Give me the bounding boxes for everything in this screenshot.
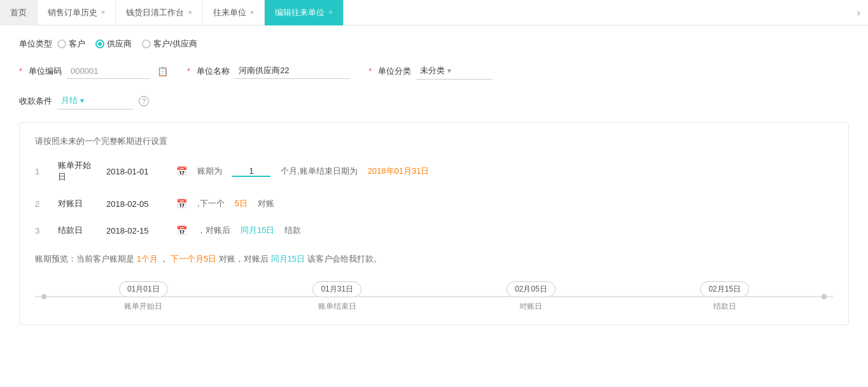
setting-row-3: 3 结款日 2018-02-15 📅 ，对账后 同月15日 结款 <box>35 225 833 236</box>
tab-partner-label: 往来单位 <box>213 7 246 18</box>
row-2-desc-prefix: ,下一个 <box>197 198 225 209</box>
tab-bar: 首页 销售订单历史 × 钱货日清工作台 × 往来单位 × 编辑往来单位 × › <box>0 0 868 25</box>
month-input[interactable] <box>232 166 270 177</box>
unit-type-label: 单位类型 <box>19 38 52 50</box>
tab-sales-label: 销售订单历史 <box>48 7 97 18</box>
timeline-node-3: 02月15日 结款日 <box>700 281 749 312</box>
preview-middle: 对账，对账后 <box>219 254 269 264</box>
row-label-3: 结款日 <box>58 225 96 236</box>
reconcile-date-calendar-icon[interactable]: 📅 <box>176 199 187 209</box>
payment-condition-value: 月结 <box>61 95 78 106</box>
radio-customer-circle <box>57 39 66 48</box>
tab-home[interactable]: 首页 <box>0 0 38 25</box>
row-3-highlight: 同月15日 <box>241 225 274 236</box>
preview-part2: 下一个月5日 <box>171 254 216 264</box>
row-3-desc-suffix: 结款 <box>284 225 301 236</box>
row-1-desc-suffix: 个月,账单结束日期为 <box>281 165 358 177</box>
setting-row-1: 1 账单开始日 2018-01-01 📅 账期为 个月,账单结束日期为 2018… <box>35 160 833 183</box>
timeline-node-pill-3: 02月15日 <box>700 281 749 297</box>
tab-sales-close[interactable]: × <box>101 9 105 16</box>
radio-customer[interactable]: 客户 <box>57 38 85 50</box>
preview-prefix: 账期预览：当前客户账期是 <box>35 254 134 264</box>
reconcile-date-value: 2018-02-05 <box>106 199 164 209</box>
start-date-value: 2018-01-01 <box>106 167 164 176</box>
radio-supplier-circle <box>95 39 104 48</box>
unit-class-label: 单位分类 <box>378 66 411 77</box>
timeline: 01月01日 账单开始日 01月31日 账单结束日 02月05日 对账日 02月… <box>35 281 833 312</box>
main-content: 单位类型 客户 供应商 客户/供应商 * 单位编码 <box>0 25 868 387</box>
row-2-highlight: 5日 <box>235 198 248 209</box>
timeline-node-1: 01月31日 账单结束日 <box>312 281 361 312</box>
tab-cash-close[interactable]: × <box>188 9 192 16</box>
payment-date-calendar-icon[interactable]: 📅 <box>176 225 187 236</box>
radio-both[interactable]: 客户/供应商 <box>142 38 197 50</box>
payment-condition-dropdown[interactable]: 月结 ▾ <box>57 92 134 109</box>
timeline-node-0: 01月01日 账单开始日 <box>119 281 168 312</box>
tab-home-label: 首页 <box>10 7 27 18</box>
tab-edit-label: 编辑往来单位 <box>275 7 325 18</box>
tab-more-button[interactable]: › <box>850 0 868 25</box>
timeline-node-label-2: 对账日 <box>519 301 542 312</box>
preview-suffix: 该客户会给我打款。 <box>307 254 382 264</box>
unit-class-arrow-icon: ▾ <box>447 66 451 75</box>
preview-comma1: ， <box>160 254 168 264</box>
unit-name-star: * <box>187 66 190 76</box>
tab-cash-work[interactable]: 钱货日清工作台 × <box>116 0 202 25</box>
timeline-end-dot <box>822 294 827 299</box>
row-index-1: 1 <box>35 167 48 176</box>
tab-cash-label: 钱货日清工作台 <box>126 7 184 18</box>
unit-info-row: * 单位编码 📋 * 单位名称 * 单位分类 未分类 ▾ <box>19 62 849 80</box>
radio-both-circle <box>142 39 151 48</box>
row-index-3: 3 <box>35 226 48 236</box>
setting-panel: 请按照未来的一个完整帐期进行设置 1 账单开始日 2018-01-01 📅 账期… <box>19 122 849 325</box>
row-index-2: 2 <box>35 199 48 209</box>
unit-type-radio-group: 客户 供应商 客户/供应商 <box>57 38 197 50</box>
timeline-node-pill-2: 02月05日 <box>507 281 556 297</box>
radio-customer-label: 客户 <box>69 38 85 50</box>
unit-type-field: 单位类型 客户 供应商 客户/供应商 <box>19 38 197 50</box>
unit-name-input[interactable] <box>235 64 349 79</box>
tab-sales-order-history[interactable]: 销售订单历史 × <box>38 0 116 25</box>
row-2-desc-suffix: 对账 <box>258 198 274 209</box>
preview-part1: 1个月 <box>137 254 158 264</box>
tab-edit-close[interactable]: × <box>328 9 332 16</box>
timeline-node-label-0: 账单开始日 <box>124 301 162 312</box>
unit-code-label: 单位编码 <box>29 66 62 77</box>
unit-code-star: * <box>19 66 22 76</box>
unit-class-field: * 单位分类 未分类 ▾ <box>368 62 493 80</box>
row-3-desc-prefix: ，对账后 <box>197 225 230 236</box>
end-date-highlight: 2018年01月31日 <box>368 165 430 177</box>
preview-part3: 同月15日 <box>271 254 305 264</box>
timeline-node-pill-0: 01月01日 <box>119 281 168 297</box>
unit-class-star: * <box>368 66 372 76</box>
help-icon[interactable]: ? <box>139 96 149 106</box>
row-1-desc-prefix: 账期为 <box>197 165 222 177</box>
timeline-node-label-1: 账单结束日 <box>318 301 356 312</box>
payment-condition-field: 收款条件 月结 ▾ ? <box>19 92 149 109</box>
radio-supplier[interactable]: 供应商 <box>95 38 132 50</box>
tab-partner-unit[interactable]: 往来单位 × <box>203 0 265 25</box>
unit-class-dropdown[interactable]: 未分类 ▾ <box>416 62 493 80</box>
payment-date-value: 2018-02-15 <box>106 226 164 236</box>
unit-code-input[interactable] <box>67 64 150 79</box>
tab-partner-close[interactable]: × <box>250 9 254 16</box>
payment-condition-label: 收款条件 <box>19 95 52 107</box>
row-label-1: 账单开始日 <box>58 160 96 183</box>
timeline-nodes: 01月01日 账单开始日 01月31日 账单结束日 02月05日 对账日 02月… <box>46 281 822 312</box>
timeline-node-2: 02月05日 对账日 <box>507 281 556 312</box>
setting-row-2: 2 对账日 2018-02-05 📅 ,下一个 5日 对账 <box>35 198 833 209</box>
unit-code-icon[interactable]: 📋 <box>157 66 168 76</box>
start-date-calendar-icon[interactable]: 📅 <box>176 166 187 176</box>
radio-both-label: 客户/供应商 <box>153 38 197 50</box>
timeline-node-pill-1: 01月31日 <box>312 281 361 297</box>
preview-text: 账期预览：当前客户账期是 1个月 ， 下一个月5日 对账，对账后 同月15日 该… <box>35 251 833 266</box>
unit-code-field: * 单位编码 📋 <box>19 64 168 79</box>
unit-name-field: * 单位名称 <box>187 64 349 79</box>
timeline-start-dot <box>41 294 46 299</box>
tab-edit-partner[interactable]: 编辑往来单位 × <box>265 0 343 25</box>
unit-name-label: 单位名称 <box>197 66 230 77</box>
panel-hint: 请按照未来的一个完整帐期进行设置 <box>35 136 833 147</box>
unit-type-row: 单位类型 客户 供应商 客户/供应商 <box>19 38 849 50</box>
timeline-node-label-3: 结款日 <box>713 301 736 312</box>
unit-class-value: 未分类 <box>420 65 445 76</box>
